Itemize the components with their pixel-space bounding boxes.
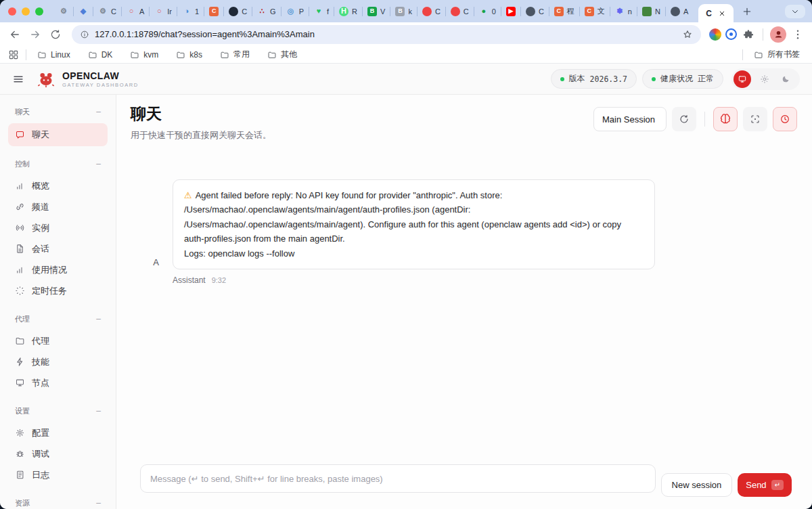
section-title-text: 聊天 xyxy=(15,107,30,117)
sidebar-item-代理[interactable]: 代理 xyxy=(8,330,108,351)
sidebar-item-使用情况[interactable]: 使用情况 xyxy=(8,259,108,280)
tab-favicon: C xyxy=(209,7,219,16)
section-collapse-icon[interactable]: – xyxy=(96,159,101,169)
sidebar-item-聊天[interactable]: 聊天 xyxy=(8,123,108,146)
sidebar-item-概览[interactable]: 概览 xyxy=(8,175,108,196)
sidebar-item-定时任务[interactable]: 定时任务 xyxy=(8,280,108,301)
minimize-window-button[interactable] xyxy=(22,7,30,16)
send-button[interactable]: Send ↵ xyxy=(738,473,792,497)
clock-icon xyxy=(780,114,790,125)
focus-toggle-button[interactable] xyxy=(743,107,767,131)
section-title-text: 设置 xyxy=(15,406,30,416)
tab-title: G xyxy=(270,7,276,16)
sidebar-item-调试[interactable]: 调试 xyxy=(8,443,108,464)
pinned-tab[interactable]: C xyxy=(224,3,252,20)
close-window-button[interactable] xyxy=(8,7,16,16)
pinned-tab[interactable]: ○Ir xyxy=(150,3,177,20)
section-collapse-icon[interactable]: – xyxy=(96,107,101,116)
active-tab[interactable]: C xyxy=(698,4,734,22)
pinned-tab[interactable]: C xyxy=(418,3,445,20)
profile-avatar[interactable] xyxy=(770,26,786,43)
bookmark-folder[interactable]: 常用 xyxy=(216,47,254,62)
sidebar-item-配置[interactable]: 配置 xyxy=(8,422,108,443)
bookmark-folder[interactable]: k8s xyxy=(172,49,206,61)
bookmark-folder[interactable]: 其他 xyxy=(263,47,301,62)
sidebar-item-label: 配置 xyxy=(32,427,49,439)
bookmark-folder[interactable]: kvm xyxy=(126,49,162,61)
pinned-tab[interactable]: ○A xyxy=(122,3,149,20)
sidebar-toggle-button[interactable] xyxy=(12,73,24,85)
pinned-tab[interactable]: C xyxy=(446,3,474,20)
session-select[interactable]: Main Session xyxy=(593,107,667,131)
pinned-tab[interactable]: Bk xyxy=(390,3,417,20)
theme-system-button[interactable] xyxy=(734,70,751,88)
pinned-tab[interactable]: ✽n xyxy=(610,3,637,20)
refresh-session-button[interactable] xyxy=(672,107,696,131)
tab-title: A xyxy=(683,7,688,16)
chat-icon xyxy=(15,130,25,140)
bookmark-folder[interactable]: Linux xyxy=(33,49,74,61)
sidebar-item-节点[interactable]: 节点 xyxy=(8,372,108,393)
pinned-tab[interactable]: C程 xyxy=(549,3,579,20)
password-extension-icon[interactable] xyxy=(725,28,737,40)
reload-button[interactable] xyxy=(47,26,64,43)
url-bar[interactable]: 127.0.0.1:18789/chat?session=agent%3Amai… xyxy=(72,25,701,44)
all-bookmarks-button[interactable]: 所有书签 xyxy=(750,47,804,62)
bookmark-label: 常用 xyxy=(233,49,250,60)
sidebar-item-label: 调试 xyxy=(32,448,49,460)
url-text[interactable]: 127.0.0.1:18789/chat?session=agent%3Amai… xyxy=(95,29,677,39)
extensions-button[interactable] xyxy=(741,27,756,42)
pinned-tab[interactable]: ◎P xyxy=(281,3,309,20)
monitor-icon xyxy=(738,74,747,84)
tab-favicon xyxy=(422,7,432,16)
bookmark-folder[interactable]: DK xyxy=(84,49,117,61)
sidebar-section-title: 代理– xyxy=(8,313,108,324)
tab-favicon: ⚙ xyxy=(98,7,108,16)
pinned-tab[interactable]: C xyxy=(204,3,223,20)
new-tab-button[interactable] xyxy=(742,6,752,17)
apps-grid-button[interactable] xyxy=(8,49,19,60)
message-input[interactable] xyxy=(140,464,656,493)
pinned-tab[interactable]: N xyxy=(637,3,665,20)
pinned-tab[interactable]: A xyxy=(666,3,693,20)
theme-dark-button[interactable] xyxy=(778,72,793,87)
new-session-button[interactable]: New session xyxy=(661,473,733,497)
section-collapse-icon[interactable]: – xyxy=(96,314,101,324)
pinned-tab[interactable]: ▶ xyxy=(501,3,520,20)
browser-menu-button[interactable] xyxy=(790,27,805,42)
forward-button[interactable] xyxy=(27,26,43,43)
sidebar-item-日志[interactable]: 日志 xyxy=(8,464,108,485)
bookmark-star-button[interactable] xyxy=(682,29,693,40)
pinned-tab[interactable]: ♥f xyxy=(309,3,334,20)
sidebar-item-label: 使用情况 xyxy=(32,264,67,276)
sidebar-item-技能[interactable]: 技能 xyxy=(8,351,108,372)
sidebar-section-title: 资源– xyxy=(8,497,108,508)
pinned-tab[interactable]: ◆ xyxy=(74,3,93,20)
pinned-tab[interactable]: C xyxy=(521,3,549,20)
color-extension-icon[interactable] xyxy=(709,28,721,41)
section-collapse-icon[interactable]: – xyxy=(96,406,101,416)
tab-title: C xyxy=(464,7,469,16)
pinned-tab[interactable]: C文 xyxy=(580,3,610,20)
tab-overflow-button[interactable] xyxy=(785,5,805,18)
pinned-tab[interactable]: ⚙C xyxy=(93,3,121,20)
pinned-tab[interactable]: ◑1 xyxy=(177,3,204,20)
brain-toggle-button[interactable] xyxy=(713,107,738,131)
pinned-tab[interactable]: BV xyxy=(363,3,390,20)
pinned-tab[interactable]: ⚙ xyxy=(54,3,73,20)
theme-light-button[interactable] xyxy=(757,72,772,87)
sidebar-item-频道[interactable]: 频道 xyxy=(8,196,108,217)
sidebar-item-实例[interactable]: 实例 xyxy=(8,217,108,238)
tab-favicon: H xyxy=(339,7,348,16)
site-info-icon[interactable] xyxy=(80,30,89,39)
pinned-tab[interactable]: ∴G xyxy=(252,3,281,20)
sidebar-item-label: 频道 xyxy=(32,201,49,213)
pinned-tab[interactable]: HR xyxy=(334,3,362,20)
back-button[interactable] xyxy=(7,26,23,43)
timer-toggle-button[interactable] xyxy=(773,107,797,131)
section-collapse-icon[interactable]: – xyxy=(96,498,101,508)
sidebar-item-会话[interactable]: 会话 xyxy=(8,238,108,259)
zoom-window-button[interactable] xyxy=(35,7,43,16)
pinned-tab[interactable]: ●0 xyxy=(474,3,501,20)
tab-close-icon[interactable] xyxy=(718,9,726,18)
